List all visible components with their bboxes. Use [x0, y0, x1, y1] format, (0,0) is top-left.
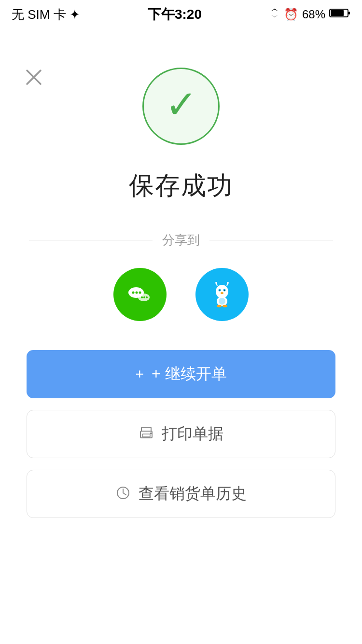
svg-point-6 [132, 292, 135, 294]
svg-rect-29 [142, 434, 150, 437]
share-section: 分享到 [0, 232, 362, 321]
print-button[interactable]: 打印单据 [27, 410, 335, 458]
print-label: 打印单据 [162, 423, 223, 445]
svg-rect-30 [150, 433, 152, 434]
svg-point-12 [146, 296, 148, 298]
continue-button[interactable]: + + 继续开单 [27, 350, 335, 398]
clock-icon [115, 485, 131, 503]
svg-rect-27 [141, 427, 151, 431]
battery-text: 68% [302, 8, 325, 21]
svg-point-13 [216, 285, 228, 298]
svg-point-10 [141, 296, 143, 298]
printer-icon [139, 425, 154, 443]
svg-point-21 [217, 305, 222, 308]
status-left: 无 SIM 卡 ✦ [12, 6, 80, 23]
sim-status: 无 SIM 卡 ✦ [12, 6, 80, 23]
svg-point-11 [143, 296, 145, 298]
svg-point-26 [227, 282, 229, 284]
location-icon [269, 8, 280, 21]
share-wechat-button[interactable] [113, 268, 167, 321]
battery-icon [329, 8, 350, 21]
svg-rect-1 [331, 10, 344, 16]
svg-point-7 [136, 292, 138, 294]
svg-point-19 [221, 292, 223, 294]
svg-point-20 [219, 298, 225, 305]
svg-line-33 [123, 493, 126, 495]
svg-point-8 [139, 292, 141, 294]
status-time: 下午3:20 [148, 5, 202, 24]
plus-icon: + [135, 367, 144, 381]
continue-label: + 继续开单 [152, 364, 227, 385]
share-divider: 分享到 [0, 232, 362, 249]
history-label: 查看销货单历史 [139, 483, 247, 504]
close-button[interactable] [19, 63, 48, 92]
success-title: 保存成功 [129, 169, 233, 203]
svg-point-25 [215, 282, 217, 284]
svg-rect-2 [348, 12, 350, 14]
share-qq-button[interactable] [195, 268, 249, 321]
checkmark-icon: ✓ [165, 85, 197, 124]
success-icon-circle: ✓ [142, 68, 220, 145]
alarm-icon: ⏰ [284, 8, 298, 21]
svg-point-17 [220, 290, 221, 291]
history-button[interactable]: 查看销货单历史 [27, 470, 335, 518]
status-bar: 无 SIM 卡 ✦ 下午3:20 ⏰ 68% [0, 0, 362, 29]
svg-point-22 [223, 305, 227, 308]
share-label: 分享到 [162, 232, 200, 249]
status-right: ⏰ 68% [269, 8, 350, 21]
svg-point-18 [224, 290, 225, 291]
share-icons [113, 268, 249, 321]
action-buttons: + + 继续开单 打印单据 查看销货单历史 [27, 350, 335, 518]
main-content: ✓ 保存成功 分享到 [0, 29, 362, 644]
